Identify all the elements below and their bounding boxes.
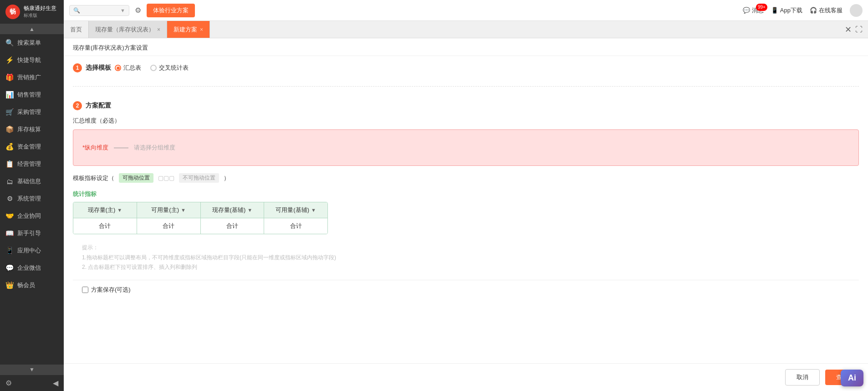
sidebar-item-label: 采购管理 — [17, 108, 41, 116]
sidebar-item-label: 快捷导航 — [17, 56, 41, 64]
col3-chevron: ▼ — [247, 207, 252, 213]
topbar-search-box[interactable]: 🔍 ▼ — [69, 5, 129, 16]
panel-close-top-btn[interactable]: ✕ — [845, 25, 855, 35]
wechat-icon: 💬 — [5, 264, 14, 272]
step1-number: 1 — [73, 63, 82, 72]
new-plan-tab-close[interactable]: × — [200, 27, 203, 32]
message-badge: 99+ — [756, 4, 767, 11]
system-icon: ⚙ — [5, 195, 14, 203]
logo-icon: 畅 — [5, 5, 20, 19]
message-item[interactable]: 💬 消息 99+ — [743, 6, 764, 15]
sidebar-item-inventory[interactable]: 📦 库存核算 — [0, 121, 64, 138]
sidebar: 畅 畅康通好生意 标准版 ▲ 🔍 搜索菜单 ⚡ 快捷导航 🎁 营销推广 📊 销售… — [0, 0, 64, 391]
save-checkbox[interactable] — [82, 287, 88, 293]
toggle-box: 可拖动位置 — [119, 173, 153, 183]
trial-button[interactable]: 体验行业方案 — [147, 4, 195, 17]
purchase-icon: 🛒 — [5, 108, 14, 116]
tips-item-2: 2. 点击标题栏下拉可设置排序、插入列和删除列 — [82, 262, 850, 273]
step2-number: 2 — [73, 101, 82, 110]
sidebar-item-label: 企业微信 — [17, 264, 41, 272]
sidebar-item-operation[interactable]: 📋 经营管理 — [0, 155, 64, 173]
sidebar-item-new-guide[interactable]: 📖 新手引导 — [0, 225, 64, 242]
home-tab-label: 首页 — [70, 26, 82, 34]
summary-table-label: 汇总表 — [123, 64, 141, 72]
summary-table-radio[interactable]: 汇总表 — [115, 64, 141, 72]
logo-text: 畅康通好生意 标准版 — [24, 5, 56, 19]
topbar-search-input[interactable] — [82, 7, 118, 14]
sidebar-item-app-center[interactable]: 📱 应用中心 — [0, 242, 64, 259]
cooperation-icon: 🤝 — [5, 212, 14, 220]
sidebar-item-search[interactable]: 🔍 搜索菜单 — [0, 34, 64, 51]
section-divider-1 — [73, 86, 859, 87]
stats-cell-1-2: 合计 — [137, 218, 201, 234]
sidebar-item-label: 营销推广 — [17, 73, 41, 82]
inventory-status-tab-label: 现存量（库存状况表） — [95, 26, 154, 34]
tab-new-plan[interactable]: 新建方案 × — [167, 21, 210, 38]
message-icon: 💬 — [743, 7, 750, 14]
search-icon: 🔍 — [5, 39, 14, 47]
sidebar-item-purchase[interactable]: 🛒 采购管理 — [0, 103, 64, 121]
cross-table-radio[interactable]: 交叉统计表 — [150, 64, 189, 72]
sidebar-item-label: 基础信息 — [17, 177, 41, 185]
sidebar-item-label: 应用中心 — [17, 247, 41, 255]
fixed-label: 不可拖动位置 — [179, 173, 219, 183]
stats-table: 现存量(主) ▼ 可用量(主) ▼ 现存量(基辅) ▼ 可用量(基辅) — [73, 202, 328, 234]
sidebar-item-member[interactable]: 👑 畅会员 — [0, 277, 64, 294]
sidebar-item-label: 系统管理 — [17, 195, 41, 203]
sidebar-item-system[interactable]: ⚙ 系统管理 — [0, 190, 64, 207]
app-download-item[interactable]: 📱 App下载 — [771, 6, 802, 15]
stats-col-header-2[interactable]: 可用量(主) ▼ — [137, 202, 201, 218]
user-avatar[interactable] — [850, 4, 863, 17]
stats-col-header-3[interactable]: 现存量(基辅) ▼ — [201, 202, 265, 218]
headset-icon: 🎧 — [810, 7, 817, 14]
ai-float-button[interactable]: Ai — [841, 370, 863, 386]
sidebar-item-label: 库存核算 — [17, 125, 41, 134]
search-icon: 🔍 — [73, 7, 80, 14]
finance-icon: 💰 — [5, 143, 14, 151]
topbar-gear-icon[interactable]: ⚙ — [135, 6, 141, 15]
dimension-required-mark: *纵向维度 — [82, 144, 108, 152]
tab-home[interactable]: 首页 — [64, 21, 89, 38]
dimension-arrow: —— — [114, 144, 128, 152]
cancel-button[interactable]: 取消 — [785, 369, 820, 386]
sidebar-item-basic-info[interactable]: 🗂 基础信息 — [0, 173, 64, 190]
sidebar-nav: 🔍 搜索菜单 ⚡ 快捷导航 🎁 营销推广 📊 销售管理 🛒 采购管理 📦 库存核… — [0, 34, 64, 365]
online-service-item[interactable]: 🎧 在线客服 — [810, 6, 842, 15]
tips-item-1: 1.拖动标题栏可以调整布局，不可跨维度或指标区域拖动栏目字段(只能在同一维度或指… — [82, 253, 850, 263]
dimension-placeholder: 请选择分组维度 — [134, 144, 175, 152]
online-service-label: 在线客服 — [819, 6, 842, 15]
sidebar-item-marketing[interactable]: 🎁 营销推广 — [0, 69, 64, 86]
sidebar-item-wechat[interactable]: 💬 企业微信 — [0, 259, 64, 277]
tabs-bar: 首页 现存量（库存状况表） × 新建方案 × ✕ ⛶ — [64, 21, 868, 38]
help-icon[interactable]: ◀ — [53, 379, 58, 387]
sidebar-footer: ⚙ ◀ — [0, 375, 64, 391]
sidebar-item-sales[interactable]: 📊 销售管理 — [0, 86, 64, 103]
sidebar-item-label: 经营管理 — [17, 160, 41, 168]
sidebar-item-quick-nav[interactable]: ⚡ 快捷导航 — [0, 51, 64, 69]
sidebar-scroll-down[interactable]: ▼ — [0, 365, 64, 375]
sidebar-item-label: 资金管理 — [17, 143, 41, 151]
sidebar-scroll-up[interactable]: ▲ — [0, 24, 64, 34]
stats-col-header-1[interactable]: 现存量(主) ▼ — [73, 202, 137, 218]
step1-title: 选择模板 — [86, 64, 111, 72]
indicator-settings-label: 模板指标设定（ — [73, 174, 114, 182]
dropdown-icon: ▼ — [120, 8, 125, 13]
save-option-row: 方案保存(可选) — [73, 280, 859, 299]
app-download-label: App下载 — [780, 6, 802, 15]
step1-section: 1 选择模板 汇总表 交叉统计表 — [64, 56, 868, 86]
stats-cell-1-1: 合计 — [73, 218, 137, 234]
app-center-icon: 📱 — [5, 247, 14, 255]
new-plan-tab-label: 新建方案 — [174, 26, 197, 34]
col2-chevron: ▼ — [181, 207, 186, 213]
tips-title: 提示： — [82, 244, 98, 251]
inventory-status-tab-close[interactable]: × — [157, 27, 160, 32]
topbar-right: 💬 消息 99+ 📱 App下载 🎧 在线客服 — [743, 4, 863, 17]
sidebar-item-finance[interactable]: 💰 资金管理 — [0, 138, 64, 155]
col4-chevron: ▼ — [311, 207, 316, 213]
settings-icon[interactable]: ⚙ — [5, 379, 12, 387]
sidebar-item-cooperation[interactable]: 🤝 企业协同 — [0, 207, 64, 225]
tab-inventory-status[interactable]: 现存量（库存状况表） × — [89, 21, 167, 38]
stats-col-header-4[interactable]: 可用量(基辅) ▼ — [264, 202, 327, 218]
footer-buttons: 取消 查询 — [64, 363, 868, 391]
panel-expand-top-btn[interactable]: ⛶ — [855, 26, 868, 34]
